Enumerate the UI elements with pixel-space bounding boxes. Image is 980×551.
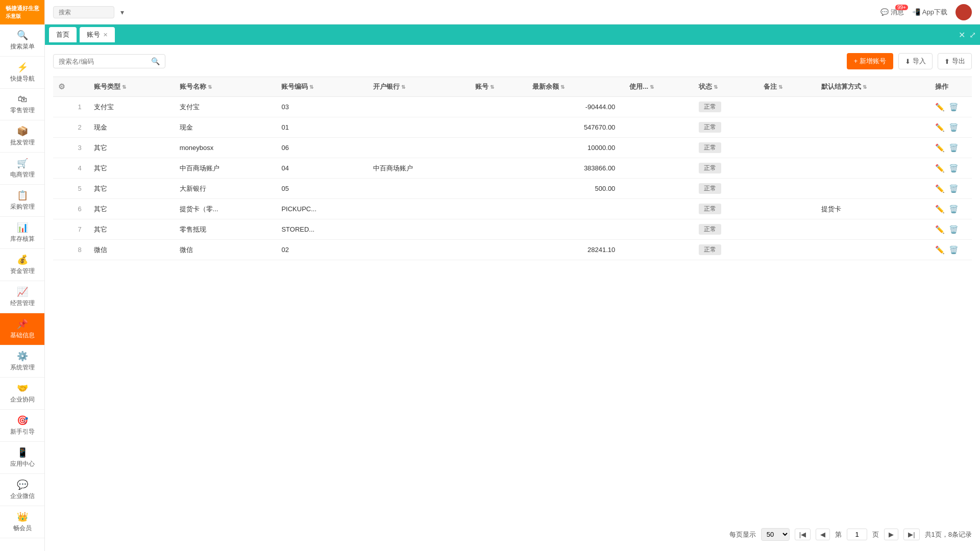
- sidebar-icon-company-wechat: 💬: [17, 479, 28, 490]
- export-button[interactable]: ⬆ 导出: [938, 53, 972, 69]
- sidebar-item-company-wechat[interactable]: 💬企业微信: [0, 474, 44, 506]
- prev-page-button[interactable]: ◀: [816, 529, 830, 540]
- tab-home[interactable]: 首页: [49, 27, 77, 42]
- edit-icon[interactable]: ✏️: [935, 205, 945, 214]
- sidebar-icon-system-mgmt: ⚙️: [17, 350, 28, 362]
- td-config: [53, 219, 69, 240]
- sidebar-item-purchase-mgmt[interactable]: 📋采购管理: [0, 185, 44, 217]
- sidebar-item-new-guide[interactable]: 🎯新手引导: [0, 410, 44, 442]
- sidebar-item-finance-mgmt[interactable]: 💰资金管理: [0, 249, 44, 281]
- td-balance: 10000.00: [528, 138, 625, 158]
- td-usage: [625, 219, 695, 240]
- edit-icon[interactable]: ✏️: [935, 103, 945, 112]
- td-status: 正常: [695, 219, 760, 240]
- top-search-input[interactable]: [53, 6, 114, 18]
- td-bank: [369, 179, 471, 199]
- table-row: 2 现金 现金 01 547670.00 正常 ✏️ 🗑️: [53, 117, 972, 138]
- delete-icon[interactable]: 🗑️: [949, 143, 959, 153]
- tab-account-close[interactable]: ✕: [103, 32, 108, 38]
- sidebar-item-ecommerce-mgmt[interactable]: 🛒电商管理: [0, 153, 44, 185]
- td-bank: [369, 117, 471, 138]
- td-balance: 500.00: [528, 179, 625, 199]
- td-balance: -90444.00: [528, 97, 625, 117]
- last-page-button[interactable]: ▶|: [903, 529, 919, 540]
- edit-icon[interactable]: ✏️: [935, 143, 945, 153]
- th-usage[interactable]: 使用...⇅: [625, 77, 695, 97]
- delete-icon[interactable]: 🗑️: [949, 225, 959, 234]
- sidebar-item-retail-mgmt[interactable]: 🛍零售管理: [0, 89, 44, 120]
- td-default-settlement: 提货卡: [817, 199, 931, 219]
- th-name[interactable]: 账号名称⇅: [176, 77, 278, 97]
- th-remark[interactable]: 备注⇅: [760, 77, 817, 97]
- sidebar-item-vip[interactable]: 👑畅会员: [0, 506, 44, 538]
- status-badge: 正常: [699, 163, 721, 173]
- sidebar-icon-quick-nav: ⚡: [17, 62, 28, 73]
- th-status[interactable]: 状态⇅: [695, 77, 760, 97]
- messages-button[interactable]: 💬 消息 99+: [880, 8, 904, 17]
- sidebar-item-wholesale-mgmt[interactable]: 📦批发管理: [0, 120, 44, 153]
- delete-icon[interactable]: 🗑️: [949, 205, 959, 214]
- tab-account[interactable]: 账号 ✕: [80, 27, 115, 42]
- td-status: 正常: [695, 199, 760, 219]
- next-page-button[interactable]: ▶: [884, 529, 898, 540]
- first-page-button[interactable]: |◀: [795, 529, 811, 540]
- page-input[interactable]: [847, 529, 867, 540]
- sidebar-item-app-center[interactable]: 📱应用中心: [0, 442, 44, 474]
- td-status: 正常: [695, 240, 760, 260]
- delete-icon[interactable]: 🗑️: [949, 103, 959, 112]
- sidebar-item-company-agreement[interactable]: 🤝企业协同: [0, 378, 44, 410]
- delete-icon[interactable]: 🗑️: [949, 123, 959, 132]
- td-type: 微信: [90, 240, 176, 260]
- per-page-select[interactable]: 50 20 100: [761, 528, 790, 541]
- td-status: 正常: [695, 158, 760, 179]
- delete-icon[interactable]: 🗑️: [949, 245, 959, 255]
- user-avatar[interactable]: [955, 4, 972, 20]
- import-button[interactable]: ⬇ 导入: [898, 53, 933, 69]
- table-body: 1 支付宝 支付宝 03 -90444.00 正常 ✏️ 🗑️ 2 现金 现金 …: [53, 97, 972, 260]
- td-default-settlement: [817, 138, 931, 158]
- sidebar-item-operation-mgmt[interactable]: 📈经营管理: [0, 281, 44, 313]
- page-content: 🔍 + 新增账号 ⬇ 导入 ⬆ 导出: [45, 45, 980, 551]
- td-name: 提货卡（零...: [176, 199, 278, 219]
- tab-minimize-button[interactable]: ✕: [959, 30, 965, 40]
- edit-icon[interactable]: ✏️: [935, 164, 945, 173]
- edit-icon[interactable]: ✏️: [935, 245, 945, 255]
- search-icon[interactable]: 🔍: [151, 57, 160, 65]
- edit-icon[interactable]: ✏️: [935, 225, 945, 234]
- sidebar-icon-wholesale-mgmt: 📦: [17, 126, 28, 137]
- th-account[interactable]: 账号⇅: [471, 77, 529, 97]
- td-type: 其它: [90, 138, 176, 158]
- td-name: 中百商场账户: [176, 158, 278, 179]
- tab-expand-button[interactable]: ⤢: [969, 30, 976, 40]
- main-area: ▾ 💬 消息 99+ 📲 App下载 首页 账号 ✕ ✕ ⤢: [45, 0, 980, 551]
- sidebar-icon-purchase-mgmt: 📋: [17, 190, 28, 201]
- td-name: 支付宝: [176, 97, 278, 117]
- app-download-label: App下载: [922, 8, 947, 17]
- edit-icon[interactable]: ✏️: [935, 123, 945, 132]
- th-type[interactable]: 账号类型⇅: [90, 77, 176, 97]
- edit-icon[interactable]: ✏️: [935, 184, 945, 193]
- sidebar-item-search-menu[interactable]: 🔍搜索菜单: [0, 24, 44, 57]
- add-account-button[interactable]: + 新增账号: [847, 53, 893, 69]
- sidebar-item-basic-info[interactable]: 📌基础信息: [0, 313, 44, 345]
- search-input[interactable]: [59, 58, 151, 65]
- th-default-settlement[interactable]: 默认结算方式⇅: [817, 77, 931, 97]
- td-account: [471, 97, 529, 117]
- td-account: [471, 138, 529, 158]
- column-config-icon[interactable]: ⚙: [58, 82, 65, 91]
- th-balance[interactable]: 最新余额⇅: [528, 77, 625, 97]
- sidebar-item-system-mgmt[interactable]: ⚙️系统管理: [0, 345, 44, 378]
- th-code[interactable]: 账号编码⇅: [277, 77, 369, 97]
- sidebar-item-quick-nav[interactable]: ⚡快捷导航: [0, 57, 44, 89]
- td-name: 微信: [176, 240, 278, 260]
- logo-title: 畅捷通好生意: [6, 5, 39, 12]
- tab-bar: 首页 账号 ✕ ✕ ⤢: [45, 24, 980, 45]
- delete-icon[interactable]: 🗑️: [949, 164, 959, 173]
- th-bank[interactable]: 开户银行⇅: [369, 77, 471, 97]
- delete-icon[interactable]: 🗑️: [949, 184, 959, 193]
- td-balance: 547670.00: [528, 117, 625, 138]
- sidebar-item-inventory[interactable]: 📊库存核算: [0, 217, 44, 249]
- dropdown-button[interactable]: ▾: [120, 8, 124, 16]
- app-download-button[interactable]: 📲 App下载: [912, 8, 947, 17]
- pagination: 每页显示 50 20 100 |◀ ◀ 第 页 ▶ ▶| 共1页，8条记录: [53, 523, 972, 543]
